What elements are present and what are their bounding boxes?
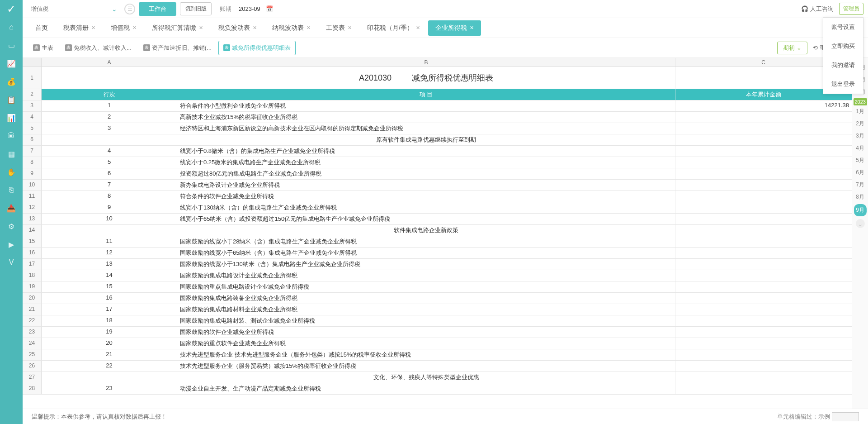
- header-cell[interactable]: 行次: [42, 89, 177, 100]
- home-icon[interactable]: ⌂: [0, 18, 23, 36]
- cell[interactable]: [675, 327, 852, 338]
- subtab[interactable]: 表减免所得税优惠明细表: [218, 41, 296, 55]
- close-icon[interactable]: ✕: [199, 25, 203, 31]
- row-number[interactable]: 8: [23, 157, 42, 168]
- cell[interactable]: 5: [42, 157, 177, 168]
- cell[interactable]: 国家鼓励的软件企业减免企业所得税: [177, 327, 675, 338]
- row-number[interactable]: 3: [23, 100, 42, 111]
- cell[interactable]: 国家鼓励的集成电路设计企业减免企业所得税: [177, 270, 675, 281]
- cell[interactable]: [675, 361, 852, 372]
- row-number[interactable]: 18: [23, 270, 42, 281]
- cell[interactable]: 7: [42, 180, 177, 191]
- cell[interactable]: [675, 123, 852, 134]
- grid-icon[interactable]: ▦: [0, 145, 23, 163]
- chevron-down-icon[interactable]: ⌄: [856, 219, 865, 228]
- cell[interactable]: 线宽小于65纳米（含）或投资额超过150亿元的集成电路生产企业减免企业所得税: [177, 214, 675, 224]
- cell[interactable]: 22: [42, 361, 177, 372]
- cell[interactable]: [42, 225, 177, 236]
- cell[interactable]: 14: [42, 270, 177, 281]
- tab[interactable]: 首页: [28, 20, 55, 36]
- cell[interactable]: 经济特区和上海浦东新区新设立的高新技术企业在区内取得的所得定期减免企业所得税: [177, 123, 675, 134]
- cell[interactable]: 技术先进型服务企业（服务贸易类）减按15%的税率征收企业所得税: [177, 361, 675, 372]
- col-header-a[interactable]: A: [42, 58, 177, 67]
- cell[interactable]: 21: [42, 349, 177, 360]
- cell[interactable]: 国家鼓励的线宽小于28纳米（含）集成电路生产企业减免企业所得税: [177, 236, 675, 247]
- calendar-icon[interactable]: 📅: [266, 5, 273, 12]
- inbox-icon[interactable]: 📥: [0, 199, 23, 217]
- cell[interactable]: [675, 112, 852, 123]
- cell[interactable]: 文化、环保、残疾人等特殊类型企业优惠: [177, 372, 675, 383]
- timeline-month[interactable]: 6月: [852, 167, 868, 179]
- cell[interactable]: 国家鼓励的集成电路封装、测试企业减免企业所得税: [177, 315, 675, 326]
- gear-icon[interactable]: ⚙: [0, 217, 23, 235]
- cell[interactable]: 软件集成电路企业新政策: [177, 225, 675, 236]
- cell[interactable]: 9: [42, 202, 177, 213]
- tab[interactable]: 税表清册✕: [56, 20, 103, 36]
- cell[interactable]: [675, 383, 852, 394]
- switch-old-button[interactable]: 切到旧版: [180, 2, 212, 15]
- cell[interactable]: 国家鼓励的重点软件企业减免企业所得税: [177, 338, 675, 349]
- corner-cell[interactable]: [23, 58, 42, 67]
- cell[interactable]: [675, 248, 852, 258]
- cell[interactable]: 国家鼓励的集成电路材料企业减免企业所得税: [177, 304, 675, 315]
- cell[interactable]: [675, 304, 852, 315]
- cell[interactable]: 符合条件的软件企业减免企业所得税: [177, 191, 675, 202]
- admin-button[interactable]: 管理员: [839, 3, 863, 15]
- cell[interactable]: 23: [42, 383, 177, 394]
- cell[interactable]: 13: [42, 259, 177, 270]
- tab[interactable]: 税负波动表✕: [211, 20, 264, 36]
- tab[interactable]: 企业所得税✕: [428, 20, 481, 36]
- doc-icon[interactable]: ▭: [0, 36, 23, 54]
- building-icon[interactable]: 🏛: [0, 127, 23, 145]
- row-number[interactable]: 6: [23, 134, 42, 145]
- timeline-month[interactable]: 3月: [852, 130, 868, 142]
- dropdown-item[interactable]: 我的邀请: [823, 56, 863, 75]
- timeline-month[interactable]: 4月: [852, 142, 868, 154]
- dropdown-item[interactable]: 立即购买: [823, 37, 863, 56]
- cell[interactable]: [675, 191, 852, 202]
- cell[interactable]: 18: [42, 315, 177, 326]
- tab[interactable]: 印花税（月/季）✕: [360, 20, 427, 36]
- timeline-month[interactable]: 2月: [852, 118, 868, 130]
- cell[interactable]: [675, 372, 852, 383]
- cell[interactable]: 17: [42, 304, 177, 315]
- tab[interactable]: 所得税汇算清缴✕: [145, 20, 210, 36]
- report-icon[interactable]: 📊: [0, 109, 23, 127]
- period-init-button[interactable]: 期初 ⌄: [777, 42, 807, 54]
- cell[interactable]: [675, 225, 852, 236]
- cell[interactable]: 高新技术企业减按15%的税率征收企业所得税: [177, 112, 675, 123]
- cell[interactable]: 线宽小于0.8微米（含）的集成电路生产企业减免企业所得税: [177, 146, 675, 157]
- close-icon[interactable]: ✕: [132, 25, 137, 31]
- cell[interactable]: 16: [42, 293, 177, 304]
- cell[interactable]: [675, 270, 852, 281]
- row-number[interactable]: 23: [23, 327, 42, 338]
- cell[interactable]: 10: [42, 214, 177, 224]
- row-number[interactable]: 1: [23, 67, 42, 89]
- row-number[interactable]: 13: [23, 214, 42, 224]
- timeline-month[interactable]: 8月: [852, 191, 868, 203]
- row-number[interactable]: 26: [23, 361, 42, 372]
- cell[interactable]: 15: [42, 281, 177, 292]
- cell[interactable]: 动漫企业自主开发、生产动漫产品定期减免企业所得税: [177, 383, 675, 394]
- row-number[interactable]: 22: [23, 315, 42, 326]
- cell[interactable]: [675, 134, 852, 145]
- close-icon[interactable]: ✕: [416, 25, 420, 31]
- tab[interactable]: 工资表✕: [319, 20, 359, 36]
- cell[interactable]: 线宽小于130纳米（含）的集成电路生产企业减免企业所得税: [177, 202, 675, 213]
- row-number[interactable]: 28: [23, 383, 42, 394]
- cell-edit-input[interactable]: [832, 412, 859, 421]
- row-number[interactable]: 11: [23, 191, 42, 202]
- row-number[interactable]: 10: [23, 180, 42, 191]
- cell[interactable]: 国家鼓励的线宽小于65纳米（含）集成电路生产企业减免企业所得税: [177, 248, 675, 258]
- chart-icon[interactable]: 📈: [0, 54, 23, 72]
- cell[interactable]: [675, 157, 852, 168]
- cell[interactable]: [42, 134, 177, 145]
- row-number[interactable]: 24: [23, 338, 42, 349]
- row-number[interactable]: 25: [23, 349, 42, 360]
- row-number[interactable]: 19: [23, 281, 42, 292]
- timeline-month[interactable]: 1月: [852, 105, 868, 118]
- row-number[interactable]: 2: [23, 89, 42, 100]
- close-icon[interactable]: ✕: [91, 25, 95, 31]
- cell[interactable]: [675, 202, 852, 213]
- row-number[interactable]: 21: [23, 304, 42, 315]
